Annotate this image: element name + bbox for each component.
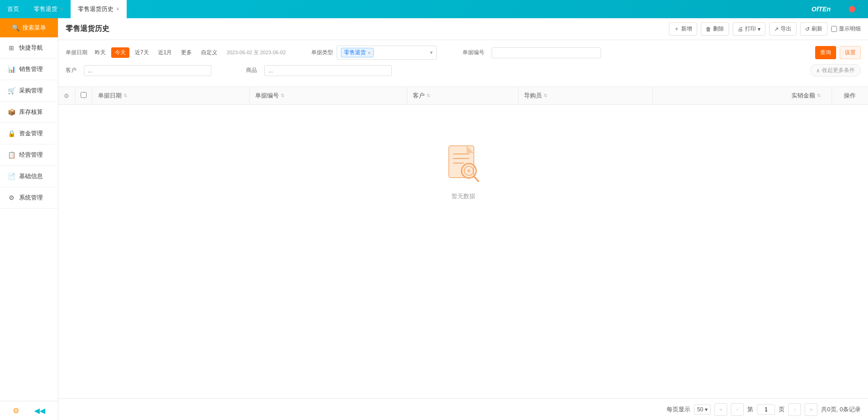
th-actions: 操作 (832, 87, 868, 105)
window-close-btn[interactable] (849, 6, 855, 12)
page-title: 零售退货历史 (66, 24, 109, 34)
sales-mgmt-icon: 📊 (7, 65, 15, 73)
next-page-icon: › (794, 406, 796, 413)
sidebar-item-ops-mgmt[interactable]: 📋 经营管理 (0, 144, 58, 166)
date-btn-yesterday[interactable]: 昨天 (91, 47, 109, 58)
customer-input[interactable] (84, 65, 211, 76)
voucher-no-input[interactable] (492, 47, 601, 58)
tab-retail-return[interactable]: 零售退货 × (26, 0, 71, 18)
filter-customer: 客户 (66, 65, 211, 76)
export-button[interactable]: ↗ 导出 (769, 22, 796, 36)
settings-filter-button[interactable]: 设置 (840, 46, 861, 59)
tab-home[interactable]: 首页 (0, 0, 26, 18)
sidebar-item-quick-nav[interactable]: ⊞ 快捷导航 (0, 37, 58, 59)
show-detail-input[interactable] (831, 26, 837, 32)
empty-state-illustration (441, 141, 486, 187)
sidebar-item-sales-mgmt-label: 销售管理 (19, 65, 43, 73)
collapse-btn-wrapper: ∧ 收起更多条件 (810, 64, 861, 77)
th-number-sort-icon[interactable]: ⇅ (281, 93, 284, 98)
voucher-type-tag: 零售退货 × (341, 48, 374, 57)
delete-button[interactable]: 🗑 删除 (701, 22, 729, 36)
content-area: 零售退货历史 ＋ 新增 🗑 删除 🖨 打印 ▾ ↗ 导出 (58, 18, 868, 420)
finance-mgmt-icon: 🔒 (7, 129, 15, 138)
th-amount: 实销金额 ⇅ (653, 87, 832, 105)
sidebar-item-system-mgmt[interactable]: ⚙ 系统管理 (0, 187, 58, 209)
voucher-type-label: 单据类型 (311, 49, 333, 56)
query-label: 查询 (820, 49, 831, 56)
empty-text: 暂无数据 (452, 192, 475, 200)
sidebar-nav: ⊞ 快捷导航 📊 销售管理 🛒 采购管理 📦 库存核算 🔒 资金管理 📋 (0, 37, 58, 401)
page-size-selector[interactable]: 50 ▾ (694, 405, 711, 415)
settings-btn-sidebar[interactable]: ⚙ (13, 406, 19, 415)
voucher-type-tag-close[interactable]: × (368, 50, 370, 56)
voucher-type-dropdown-icon: ▾ (430, 50, 433, 56)
main-layout: 🔍 搜索菜单 ⊞ 快捷导航 📊 销售管理 🛒 采购管理 📦 库存核算 🔒 (0, 18, 868, 420)
purchase-mgmt-icon: 🛒 (7, 87, 15, 95)
sidebar-item-inventory-calc[interactable]: 📦 库存核算 (0, 102, 58, 123)
page-label-suffix: 页 (779, 405, 785, 414)
tab-home-label: 首页 (7, 5, 19, 13)
th-customer-sort-icon[interactable]: ⇅ (426, 93, 430, 98)
table-container: ⚙ 单据日期 ⇅ 单据编号 (58, 87, 868, 398)
date-btn-1month[interactable]: 近1月 (154, 47, 176, 58)
top-bar: 首页 零售退货 × 零售退货历史 × OfTEn (0, 0, 868, 18)
sidebar-item-finance-mgmt[interactable]: 🔒 资金管理 (0, 123, 58, 144)
print-button[interactable]: 🖨 打印 ▾ (733, 22, 765, 36)
brand-label: OfTEn (802, 5, 840, 13)
sidebar-search[interactable]: 🔍 搜索菜单 (0, 18, 58, 37)
th-date-sort-icon[interactable]: ⇅ (123, 93, 127, 98)
tab-retail-return-history-close[interactable]: × (116, 6, 119, 12)
th-amount-label: 实销金额 (791, 92, 815, 100)
new-button[interactable]: ＋ 新增 (669, 22, 697, 36)
prev-page-icon: ‹ (736, 406, 738, 413)
customer-filter-label: 客户 (66, 67, 77, 74)
last-page-icon: » (810, 406, 813, 413)
delete-icon: 🗑 (706, 26, 711, 32)
tab-retail-return-close[interactable]: × (60, 6, 63, 12)
date-btn-today[interactable]: 今天 (111, 47, 129, 58)
tab-retail-return-history[interactable]: 零售退货历史 × (71, 0, 127, 18)
ops-mgmt-icon: 📋 (7, 151, 15, 159)
new-icon: ＋ (674, 25, 679, 33)
sidebar-item-purchase-mgmt[interactable]: 🛒 采购管理 (0, 80, 58, 102)
filter-row-1: 单据日期 昨天 今天 近7天 近1月 更多 自定义 2023-06-02 至 2… (66, 46, 861, 60)
filter-voucher-type: 单据类型 零售退货 × ▾ (311, 46, 437, 60)
th-amount-sort-icon[interactable]: ⇅ (817, 93, 821, 98)
date-btn-custom[interactable]: 自定义 (197, 47, 221, 58)
goods-input[interactable] (264, 65, 392, 76)
export-label: 导出 (781, 25, 791, 33)
th-number-label: 单据编号 (255, 92, 279, 100)
date-btn-more[interactable]: 更多 (177, 47, 195, 58)
prev-page-btn[interactable]: ‹ (731, 403, 744, 416)
th-number: 单据编号 ⇅ (250, 87, 407, 105)
date-btn-7days[interactable]: 近7天 (131, 47, 153, 58)
th-settings: ⚙ (58, 87, 75, 105)
table-header-row: ⚙ 单据日期 ⇅ 单据编号 (58, 87, 868, 105)
sidebar-item-basic-info[interactable]: 📄 基础信息 (0, 166, 58, 187)
last-page-btn[interactable]: » (805, 403, 817, 416)
filter-row-2: 客户 商品 ∧ 收起更多条件 (66, 64, 861, 77)
collapse-label: 收起更多条件 (822, 67, 855, 74)
select-all-checkbox[interactable] (81, 92, 87, 98)
empty-state: 暂无数据 (58, 105, 868, 237)
sidebar-item-finance-mgmt-label: 资金管理 (19, 129, 43, 138)
date-filter-label: 单据日期 (66, 49, 87, 56)
collapse-button[interactable]: ∧ 收起更多条件 (810, 64, 861, 77)
audio-btn-sidebar[interactable]: ◀◀ (34, 406, 45, 415)
refresh-button[interactable]: ↺ 刷新 (800, 22, 827, 36)
voucher-type-select[interactable]: 零售退货 × ▾ (337, 46, 437, 60)
query-button[interactable]: 查询 (815, 46, 836, 59)
page-number-input[interactable] (757, 405, 775, 415)
header-actions: ＋ 新增 🗑 删除 🖨 打印 ▾ ↗ 导出 ↺ 刷新 (669, 22, 861, 36)
empty-state-row: 暂无数据 (58, 105, 868, 237)
svg-line-7 (474, 176, 478, 181)
show-detail-checkbox[interactable]: 显示明细 (831, 25, 861, 33)
th-guide-sort-icon[interactable]: ⇅ (544, 93, 547, 98)
sidebar-item-inventory-calc-label: 库存核算 (19, 108, 43, 116)
next-page-btn[interactable]: › (788, 403, 801, 416)
table-header: ⚙ 单据日期 ⇅ 单据编号 (58, 87, 868, 105)
table-settings-icon[interactable]: ⚙ (64, 92, 69, 99)
sidebar-item-sales-mgmt[interactable]: 📊 销售管理 (0, 59, 58, 80)
first-page-btn[interactable]: « (714, 403, 727, 416)
search-icon: 🔍 (12, 24, 20, 31)
